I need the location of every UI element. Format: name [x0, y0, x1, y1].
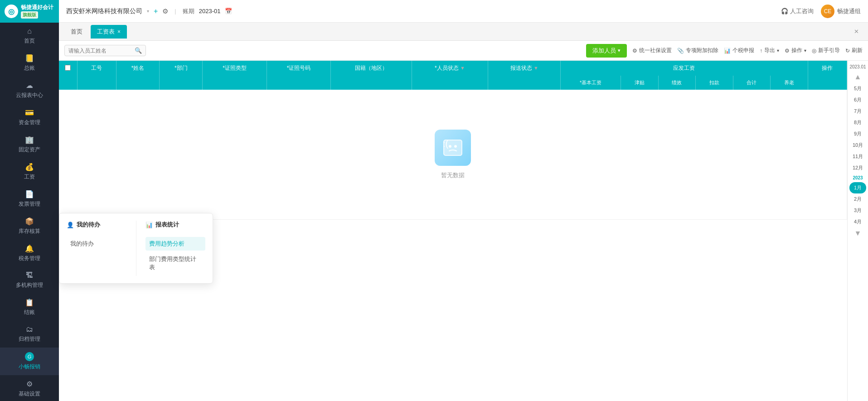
refresh-icon: ↻	[845, 48, 850, 54]
report-filter-icon[interactable]: ▼	[533, 65, 538, 71]
sidebar-item-home[interactable]: ⌂ 首页	[0, 23, 59, 49]
sidebar: ◎ 畅捷通好会计 旗舰版 ⌂ 首页 📒 总账 ☁ 云报表中心 💳 资金管理 🏢 …	[0, 0, 59, 401]
timeline-month-10[interactable]: 10月	[848, 140, 868, 151]
export-dropdown-icon: ▾	[777, 48, 779, 53]
col-sub-empty7	[331, 76, 412, 90]
timeline-month-1[interactable]: 1月	[849, 182, 866, 193]
sidebar-item-salary[interactable]: 💰 工资	[0, 158, 59, 185]
settings-icon[interactable]: ⚙	[162, 7, 168, 15]
sidebar-item-multi-org[interactable]: 🏗 多机构管理	[0, 267, 59, 294]
no-data-cell: 暂无数据	[59, 90, 847, 220]
timeline-month-6[interactable]: 6月	[848, 94, 868, 106]
tab-close-all[interactable]: ✕	[850, 28, 863, 35]
sidebar-item-basic-settings[interactable]: ⚙ 基础设置	[0, 375, 59, 401]
status-filter-icon[interactable]: ▼	[460, 65, 465, 71]
select-all-checkbox[interactable]	[65, 65, 71, 71]
tab-salary-close[interactable]: ×	[117, 29, 121, 35]
svg-rect-0	[444, 140, 462, 155]
sidebar-item-inventory[interactable]: 📦 库存核算	[0, 213, 59, 240]
toolbar-right: 添加人员 ▾ ⚙ 统一社保设置 📎 专项附加扣除 📊 个税申报 ↑ 导出 ▾ ⚙	[586, 44, 863, 58]
submenu-item-cost-trend[interactable]: 费用趋势分析	[145, 237, 206, 251]
timeline-month-2[interactable]: 2月	[848, 193, 868, 205]
submenu-title-2-label: 报表统计	[155, 221, 179, 229]
col-total: 合计	[733, 76, 771, 90]
export-btn[interactable]: ↑ 导出 ▾	[760, 47, 779, 54]
multi-org-icon: 🏗	[26, 271, 33, 280]
operation-btn[interactable]: ⚙ 操作 ▾	[785, 47, 806, 54]
timeline-month-5[interactable]: 5月	[848, 83, 868, 94]
new-guide-btn[interactable]: ◎ 新手引导	[812, 47, 840, 54]
submenu-item-dept-cost[interactable]: 部门费用类型统计表	[145, 252, 206, 274]
sidebar-item-tax[interactable]: 🔔 税务管理	[0, 240, 59, 267]
headset-icon: 🎧	[781, 8, 788, 14]
sidebar-item-xiaochang[interactable]: G 小畅报销	[0, 348, 59, 375]
no-data-icon	[435, 130, 471, 166]
timeline-month-11[interactable]: 11月	[848, 151, 868, 162]
social-insurance-label: 统一社保设置	[639, 47, 672, 54]
user-name: 畅捷通组	[837, 7, 861, 15]
app-name: 畅捷通好会计	[21, 4, 53, 10]
user-info[interactable]: CE 畅捷通组	[821, 5, 861, 18]
timeline-month-8[interactable]: 8月	[848, 117, 868, 128]
submenu-item-my-todo[interactable]: 我的待办	[67, 237, 127, 251]
sidebar-item-cloud-report[interactable]: ☁ 云报表中心	[0, 77, 59, 104]
salary-icon: 💰	[25, 163, 34, 171]
sidebar-item-fund[interactable]: 💳 资金管理	[0, 104, 59, 131]
sidebar-item-invoice[interactable]: 📄 发票管理	[0, 185, 59, 213]
sidebar-item-checkout-label: 结账	[24, 309, 35, 316]
customer-service-btn[interactable]: 🎧 人工咨询	[781, 7, 814, 15]
timeline-month-9[interactable]: 9月	[848, 128, 868, 140]
app-logo: ◎ 畅捷通好会计 旗舰版	[0, 0, 59, 23]
dropdown-arrow-icon[interactable]: ▾	[147, 9, 149, 14]
operation-dropdown-icon: ▾	[804, 48, 806, 53]
submenu-popup: 👤 我的待办 我的待办 📊 报表统计 费用趋势分析 部门费用类型统计表	[59, 213, 213, 284]
logo-icon: ◎	[5, 5, 18, 18]
ledger-icon: 📒	[25, 54, 34, 63]
period-value: 2023-01	[199, 8, 221, 14]
tab-salary[interactable]: 工资表 ×	[91, 25, 127, 39]
tax-report-icon: 📊	[724, 48, 731, 54]
svg-point-1	[449, 145, 451, 148]
add-employee-button[interactable]: 添加人员 ▾	[586, 44, 627, 58]
special-deduction-btn[interactable]: 📎 专项附加扣除	[677, 47, 718, 54]
tab-home[interactable]: 首页	[64, 25, 89, 39]
timeline-month-7[interactable]: 7月	[848, 106, 868, 117]
col-id-no: *证照号码	[267, 61, 330, 76]
col-sub-empty1	[59, 76, 77, 90]
calendar-icon[interactable]: 📅	[225, 8, 232, 14]
sidebar-item-ledger-label: 总账	[24, 64, 35, 72]
col-operation: 操作	[808, 61, 847, 76]
checkout-icon: 📋	[25, 298, 34, 307]
search-icon[interactable]: 🔍	[135, 47, 142, 54]
sidebar-item-archive[interactable]: 🗂 归档管理	[0, 321, 59, 348]
sidebar-item-basic-settings-label: 基础设置	[19, 390, 40, 398]
timeline-up-btn[interactable]: ▲	[853, 71, 863, 83]
tax-report-btn[interactable]: 📊 个税申报	[724, 47, 754, 54]
submenu-title-2: 📊 报表统计	[145, 221, 206, 232]
sidebar-item-fixed-assets[interactable]: 🏢 固定资产	[0, 131, 59, 158]
new-guide-label: 新手引导	[818, 47, 840, 54]
add-company-icon[interactable]: +	[154, 7, 158, 15]
no-data-text: 暂无数据	[441, 171, 465, 179]
timeline-month-4[interactable]: 4月	[848, 216, 868, 227]
sidebar-item-ledger[interactable]: 📒 总账	[0, 49, 59, 77]
salary-table: 工号 *姓名 *部门 *证照类型 *证照号码 国籍（地区） *人员状态 ▼ 报送…	[59, 61, 847, 220]
home-icon: ⌂	[27, 27, 32, 35]
social-insurance-btn[interactable]: ⚙ 统一社保设置	[632, 47, 672, 54]
col-id-type: *证照类型	[203, 61, 267, 76]
col-sub-empty6	[267, 76, 330, 90]
col-sub-empty3	[116, 76, 159, 90]
col-checkbox[interactable]	[59, 61, 77, 76]
sidebar-item-tax-label: 税务管理	[19, 255, 40, 262]
timeline-down-btn[interactable]: ▼	[853, 227, 863, 239]
sidebar-item-fixed-assets-label: 固定资产	[19, 146, 40, 154]
sidebar-item-xiaochang-label: 小畅报销	[19, 363, 40, 371]
search-input[interactable]	[68, 48, 132, 54]
timeline-month-3[interactable]: 3月	[848, 205, 868, 216]
timeline-month-12[interactable]: 12月	[848, 162, 868, 174]
refresh-btn[interactable]: ↻ 刷新	[845, 47, 863, 54]
tab-home-label: 首页	[71, 28, 82, 36]
operation-icon: ⚙	[785, 48, 790, 54]
sidebar-item-checkout[interactable]: 📋 结账	[0, 294, 59, 321]
company-name: 西安虾米网络科技有限公司	[66, 7, 142, 15]
